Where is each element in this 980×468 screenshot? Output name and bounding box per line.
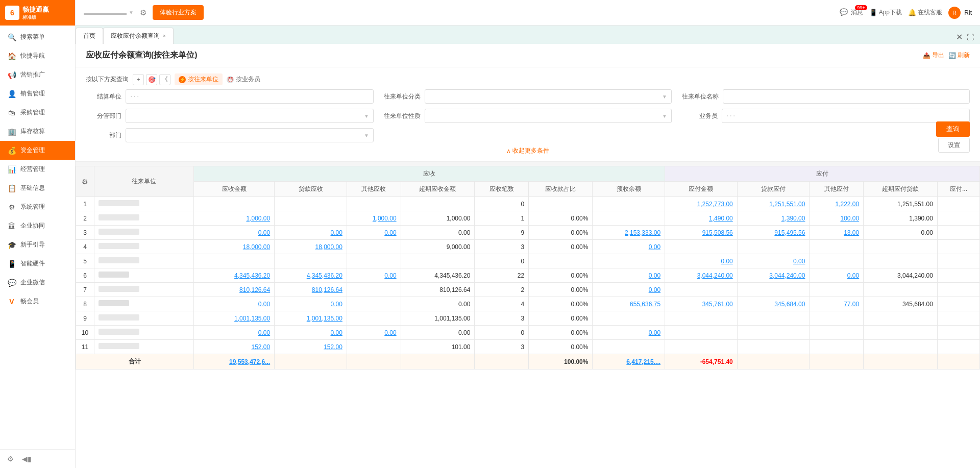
table-cell[interactable]: 1,390.00 <box>737 211 810 226</box>
sidebar-item-purchase[interactable]: 🛍 采购管理 <box>0 103 75 122</box>
table-cell[interactable]: 0.00 <box>275 226 347 240</box>
operations-icon: 📊 <box>7 165 16 174</box>
th-settings-icon[interactable]: ⚙ <box>76 166 94 197</box>
table-cell[interactable]: 3,044,240.00 <box>665 268 738 283</box>
collapse-scheme-button[interactable]: 《 <box>159 74 170 85</box>
table-cell[interactable]: 0.00 <box>275 326 347 340</box>
table-cell[interactable]: 0.00 <box>194 297 275 311</box>
sidebar-item-search[interactable]: 🔍 搜索菜单 <box>0 28 75 46</box>
table-cell[interactable]: 1,001,135.00 <box>194 311 275 326</box>
setting-button[interactable]: 设置 <box>938 138 970 153</box>
tab-receivable[interactable]: 应收应付余额查询 × <box>103 28 174 44</box>
export-button[interactable]: 📤 导出 <box>923 51 944 60</box>
footer-ar-total[interactable]: 19,553,472,6... <box>194 354 275 370</box>
close-window-icon[interactable]: ✕ <box>956 32 963 42</box>
sidebar-item-basic[interactable]: 📋 基础信息 <box>0 179 75 198</box>
table-cell[interactable]: 0.00 <box>593 283 665 297</box>
table-cell[interactable]: 0.00 <box>593 326 665 340</box>
table-cell[interactable]: 1,000.00 <box>194 211 275 226</box>
table-cell: 0 <box>475 197 529 211</box>
sidebar-item-beginner[interactable]: 🎓 新手引导 <box>0 235 75 254</box>
table-cell <box>665 283 738 297</box>
table-cell[interactable]: 0.00 <box>275 297 347 311</box>
sidebar-item-system[interactable]: ⚙ 系统管理 <box>0 198 75 216</box>
table-cell[interactable]: 0.00 <box>665 254 738 268</box>
table-cell[interactable]: 152.00 <box>194 340 275 354</box>
unit-nature-input[interactable]: ▼ <box>425 109 672 123</box>
department-input[interactable]: ▼ <box>126 128 374 142</box>
table-cell[interactable]: 0.00 <box>810 268 864 283</box>
table-cell[interactable]: 1,222.00 <box>810 197 864 211</box>
table-cell[interactable]: 0.00 <box>347 268 401 283</box>
sidebar-item-quicknav-label: 快捷导航 <box>20 52 45 60</box>
collapse-button[interactable]: ∧ 收起更多条件 <box>506 146 549 155</box>
table-row: 64,345,436.204,345,436.200.004,345,436.2… <box>76 268 980 283</box>
table-cell[interactable]: 345,684.00 <box>737 297 810 311</box>
table-cell[interactable]: 18,000.00 <box>194 240 275 254</box>
table-cell: 0.00% <box>529 211 593 226</box>
sidebar-item-quicknav[interactable]: 🏠 快捷导航 <box>0 46 75 65</box>
table-cell[interactable]: 810,126.64 <box>275 283 347 297</box>
settlement-unit-input[interactable]: ··· <box>126 89 374 104</box>
app-download-button[interactable]: 📱 App下载 <box>869 8 902 17</box>
sidebar-settings-icon[interactable]: ⚙ <box>7 455 14 463</box>
unit-name-input[interactable] <box>723 89 970 104</box>
table-cell[interactable]: 1,490.00 <box>665 211 738 226</box>
branch-dept-input[interactable]: ▼ <box>126 109 374 123</box>
table-cell[interactable]: 4,345,436.20 <box>194 268 275 283</box>
header-settings-icon[interactable]: ⚙ <box>140 8 146 17</box>
sidebar-item-member[interactable]: V 畅会员 <box>0 292 75 311</box>
unit-category-input[interactable]: ▼ <box>425 89 672 104</box>
online-service-button[interactable]: 🔔 在线客服 <box>908 8 942 17</box>
user-menu[interactable]: R Rit <box>948 7 972 19</box>
sidebar-item-wechat[interactable]: 💬 企业微信 <box>0 273 75 292</box>
table-cell[interactable]: 0.00 <box>194 226 275 240</box>
table-settings-icon[interactable]: ⚙ <box>82 178 88 186</box>
fullscreen-icon[interactable]: ⛶ <box>967 33 974 41</box>
table-cell[interactable]: 152.00 <box>275 340 347 354</box>
sidebar-item-finance[interactable]: 💰 资金管理 <box>0 141 75 160</box>
table-cell[interactable]: 0.00 <box>737 254 810 268</box>
table-cell[interactable]: 0.00 <box>347 226 401 240</box>
table-cell[interactable]: 810,126.64 <box>194 283 275 297</box>
sidebar-item-operations[interactable]: 📊 经营管理 <box>0 160 75 179</box>
table-cell[interactable]: 18,000.00 <box>275 240 347 254</box>
sidebar-item-enterprise[interactable]: 🏛 企业协同 <box>0 216 75 235</box>
table-cell[interactable]: 3,044,240.00 <box>737 268 810 283</box>
table-cell[interactable]: 0.00 <box>593 268 665 283</box>
table-cell[interactable]: 1,000.00 <box>347 211 401 226</box>
sidebar-item-inventory[interactable]: 🏢 库存核算 <box>0 122 75 141</box>
message-button[interactable]: 💬 消息 99+ <box>840 8 863 17</box>
target-scheme-button[interactable]: 🎯 <box>146 74 157 85</box>
table-cell[interactable]: 4,345,436.20 <box>275 268 347 283</box>
table-cell[interactable]: 1,001,135.00 <box>275 311 347 326</box>
solution-button[interactable]: 体验行业方案 <box>153 5 204 20</box>
sidebar-item-marketing[interactable]: 📢 营销推广 <box>0 65 75 84</box>
table-cell-index: 11 <box>76 340 94 354</box>
query-button[interactable]: 查询 <box>936 121 970 137</box>
sidebar-item-hardware[interactable]: 📱 智能硬件 <box>0 254 75 273</box>
tab-close-icon[interactable]: × <box>163 33 166 39</box>
table-cell[interactable]: 655,636.75 <box>593 297 665 311</box>
table-cell[interactable]: 77.00 <box>810 297 864 311</box>
table-cell[interactable]: 345,761.00 <box>665 297 738 311</box>
add-scheme-button[interactable]: + <box>133 74 144 85</box>
table-cell[interactable]: 13.00 <box>810 226 864 240</box>
refresh-button[interactable]: 🔄 刷新 <box>948 51 970 60</box>
table-cell[interactable]: 1,252,773.00 <box>665 197 738 211</box>
sidebar-item-sales[interactable]: 👤 销售管理 <box>0 84 75 103</box>
tab-home[interactable]: 首页 <box>76 28 103 44</box>
table-cell[interactable]: 915,495.56 <box>737 226 810 240</box>
table-cell[interactable]: 0.00 <box>347 326 401 340</box>
table-cell[interactable]: 1,251,551.00 <box>737 197 810 211</box>
scheme-by-staff[interactable]: ⏰ 按业务员 <box>223 73 264 85</box>
footer-ar-prepaid[interactable]: 6,417,215.... <box>593 354 665 370</box>
table-cell[interactable]: 0.00 <box>194 326 275 340</box>
table-cell[interactable]: 100.00 <box>810 211 864 226</box>
salesperson-input[interactable]: ··· <box>722 109 970 123</box>
table-cell[interactable]: 915,508.56 <box>665 226 738 240</box>
sidebar-collapse-icon[interactable]: ◀▮ <box>22 455 32 463</box>
table-cell[interactable]: 2,153,333.00 <box>593 226 665 240</box>
scheme-by-unit[interactable]: ⚡ 按往来单位 <box>175 73 223 85</box>
table-cell[interactable]: 0.00 <box>593 240 665 254</box>
